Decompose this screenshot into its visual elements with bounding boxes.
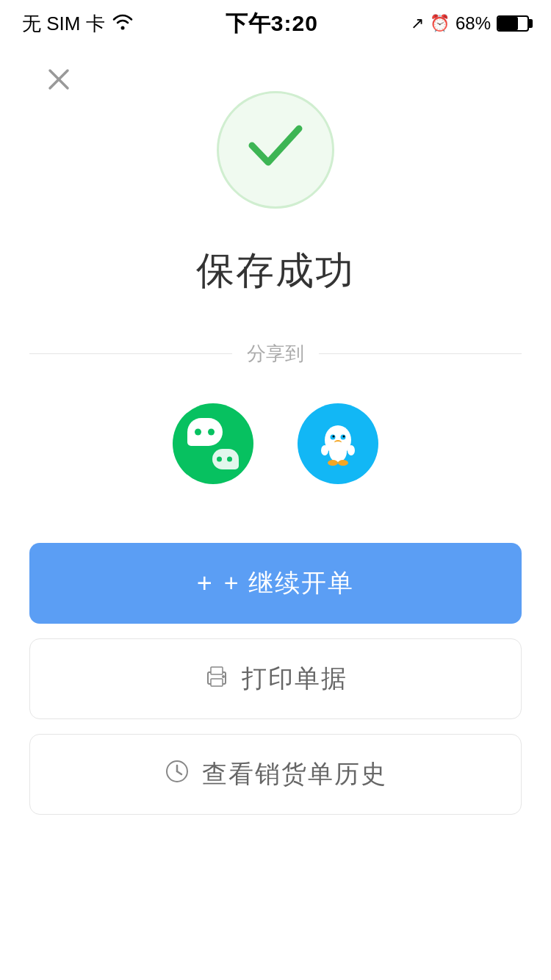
divider-left <box>29 353 232 354</box>
carrier-label: 无 SIM 卡 <box>22 11 105 37</box>
svg-point-10 <box>347 445 355 455</box>
share-section: 分享到 <box>0 341 551 484</box>
share-qq-button[interactable] <box>298 403 378 484</box>
status-right: ↗ ⏰ 68% <box>411 13 529 34</box>
clock-icon <box>164 758 190 790</box>
svg-line-19 <box>177 771 181 774</box>
continue-order-button[interactable]: + + 继续开单 <box>29 543 522 624</box>
svg-point-16 <box>222 675 225 678</box>
print-button[interactable]: 打印单据 <box>29 638 522 719</box>
close-button[interactable] <box>37 57 81 101</box>
status-left: 无 SIM 卡 <box>22 11 133 37</box>
svg-point-12 <box>338 460 348 466</box>
status-time: 下午3:20 <box>226 9 318 39</box>
wechat-bubble-small <box>212 449 239 469</box>
location-icon: ↗ <box>411 14 424 33</box>
battery-bar <box>497 15 529 32</box>
qq-icon <box>312 418 364 469</box>
divider-right <box>319 353 522 354</box>
success-title: 保存成功 <box>196 245 355 297</box>
printer-icon <box>204 663 230 695</box>
svg-rect-15 <box>211 667 223 674</box>
success-circle <box>217 91 334 209</box>
svg-point-5 <box>333 436 335 438</box>
wifi-icon <box>112 12 133 35</box>
continue-order-label: + 继续开单 <box>224 566 354 600</box>
close-icon <box>44 65 73 94</box>
history-label: 查看销货单历史 <box>202 757 387 791</box>
svg-rect-14 <box>211 679 223 686</box>
main-content: 保存成功 分享到 <box>0 47 551 815</box>
svg-point-8 <box>329 442 347 462</box>
checkmark-icon <box>246 120 305 181</box>
svg-point-9 <box>321 445 328 455</box>
svg-point-6 <box>343 436 345 438</box>
battery-percent: 68% <box>455 13 491 34</box>
action-buttons: + + 继续开单 打印单据 查看销货单 <box>0 543 551 815</box>
plus-icon: + <box>197 568 212 599</box>
history-button[interactable]: 查看销货单历史 <box>29 734 522 815</box>
share-buttons <box>29 403 522 484</box>
battery-fill <box>498 17 518 30</box>
share-label: 分享到 <box>247 341 304 367</box>
share-divider: 分享到 <box>29 341 522 367</box>
share-wechat-button[interactable] <box>173 403 253 484</box>
wechat-bubble-big <box>187 418 223 446</box>
alarm-icon: ⏰ <box>430 14 450 33</box>
wechat-icon <box>187 418 239 469</box>
svg-point-11 <box>328 460 338 466</box>
status-bar: 无 SIM 卡 下午3:20 ↗ ⏰ 68% <box>0 0 551 47</box>
print-label: 打印单据 <box>242 662 347 696</box>
